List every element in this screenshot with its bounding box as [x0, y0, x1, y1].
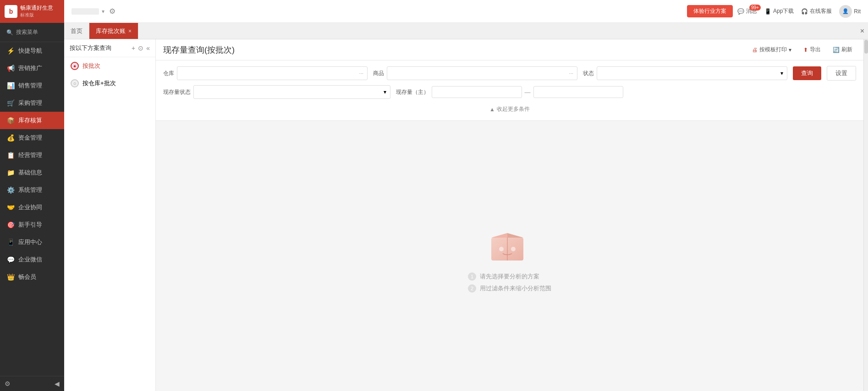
sidebar-item-purchase[interactable]: 🛒 采购管理: [0, 94, 64, 112]
filter-warehouse: 仓库 ···: [163, 66, 368, 80]
scheme-icon-warehouse-batch: ○: [71, 79, 79, 87]
sidebar-item-inventory[interactable]: 📦 库存核算: [0, 112, 64, 129]
hint-1-text: 请先选择要分析的方案: [480, 272, 539, 281]
user-profile-button[interactable]: 👤 Rit: [839, 5, 861, 18]
tab-inventory-batch[interactable]: 库存批次账 ×: [89, 23, 138, 39]
collapse-sidebar-button[interactable]: ◀: [55, 380, 60, 387]
warehouse-filter-label: 仓库: [163, 70, 174, 77]
sidebar-item-label: 经营管理: [18, 151, 42, 159]
sidebar-item-shortcuts[interactable]: ⚡ 快捷导航: [0, 42, 64, 60]
sidebar-item-label: 基础信息: [18, 168, 42, 177]
sidebar-item-sales[interactable]: 📊 销售管理: [0, 77, 64, 94]
sidebar-item-member[interactable]: 👑 畅会员: [0, 268, 64, 286]
topbar-gear-button[interactable]: ⚙: [109, 7, 115, 16]
sales-icon: 📊: [6, 81, 15, 90]
page-content-area: 按以下方案查询 + ⊙ « ● 按批次 ○ 按仓库+批次 现存量查询(按批次): [64, 39, 868, 391]
scheme-item-batch[interactable]: ● 按批次: [64, 57, 155, 75]
filter-status: 状态 ▾: [583, 66, 787, 80]
chevron-up-icon: ▲: [489, 106, 495, 113]
newbie-icon: 🎯: [6, 221, 15, 229]
empty-illustration: [482, 219, 537, 265]
finance-icon: 💰: [6, 134, 15, 142]
settings-footer-button[interactable]: ⚙: [5, 380, 11, 387]
sidebar-item-system[interactable]: ⚙️ 系统管理: [0, 181, 64, 199]
sidebar-search-section: 🔍 搜索菜单: [0, 23, 64, 42]
tab-bar-close-button[interactable]: ×: [860, 27, 864, 35]
scrollbar-thumb[interactable]: [864, 40, 868, 54]
collapse-filter-button[interactable]: ▲ 收起更多条件: [163, 103, 856, 115]
message-icon: 💬: [737, 8, 744, 15]
empty-hint-1: 1 请先选择要分析的方案: [468, 272, 551, 281]
stock-quantity-min-input[interactable]: [432, 86, 522, 98]
hint-2-text: 用过滤条件来缩小分析范围: [480, 284, 551, 293]
avatar-icon: 👤: [842, 8, 849, 14]
sidebar-item-marketing[interactable]: 📢 营销推广: [0, 60, 64, 77]
sidebar-item-operations[interactable]: 📋 经营管理: [0, 147, 64, 164]
experience-industry-button[interactable]: 体验行业方案: [687, 5, 733, 17]
filter-area: 仓库 ··· 商品 ··· 状态: [156, 60, 863, 121]
right-content-panel: 现存量查询(按批次) 🖨 按模板打印 ▾ ⬆ 导出 🔄 刷新: [156, 39, 863, 391]
hint-1-number: 1: [468, 272, 476, 281]
page-header-actions: 🖨 按模板打印 ▾ ⬆ 导出 🔄 刷新: [748, 44, 856, 55]
search-menu-button[interactable]: 🔍 搜索菜单: [5, 27, 60, 38]
sidebar-item-label: 畅会员: [18, 273, 36, 281]
sidebar-item-label: 采购管理: [18, 99, 42, 107]
scheme-panel-header: 按以下方案查询 + ⊙ «: [64, 39, 155, 57]
export-button[interactable]: ⬆ 导出: [800, 44, 824, 55]
app-download-label: App下载: [773, 7, 794, 15]
stock-status-dropdown-icon: ▾: [384, 89, 386, 95]
svg-marker-1: [491, 233, 507, 238]
print-label: 按模板打印: [759, 46, 787, 54]
sidebar-item-enterprise[interactable]: 🤝 企业协同: [0, 199, 64, 216]
product-more-icon[interactable]: ···: [569, 71, 573, 76]
warehouse-filter-input[interactable]: ···: [177, 66, 368, 80]
scrollbar-track[interactable]: [863, 39, 868, 391]
messages-button[interactable]: 💬 消息 99+: [737, 7, 757, 15]
product-filter-input[interactable]: ···: [387, 66, 577, 80]
sidebar-item-apps[interactable]: 📱 应用中心: [0, 234, 64, 251]
stock-quantity-max-input[interactable]: [533, 86, 624, 98]
member-icon: 👑: [6, 273, 15, 281]
range-separator: —: [525, 89, 531, 96]
sidebar-item-label: 库存核算: [18, 116, 42, 125]
print-button[interactable]: 🖨 按模板打印 ▾: [748, 44, 795, 55]
dropdown-icon[interactable]: ▾: [102, 8, 104, 15]
collapse-panel-button[interactable]: «: [146, 44, 150, 52]
product-filter-label: 商品: [373, 70, 384, 77]
app-download-button[interactable]: 📱 App下载: [764, 7, 794, 15]
settings-button[interactable]: 设置: [827, 66, 856, 81]
stock-status-select[interactable]: ▾: [193, 85, 390, 99]
filter-stock-status: 现存量状态 ▾: [163, 85, 390, 99]
query-button[interactable]: 查询: [793, 66, 821, 80]
status-filter-select[interactable]: ▾: [597, 66, 787, 80]
refresh-button[interactable]: 🔄 刷新: [829, 44, 856, 55]
empty-hint-2: 2 用过滤条件来缩小分析范围: [468, 284, 551, 293]
add-scheme-button[interactable]: +: [132, 44, 135, 52]
scheme-item-warehouse-batch[interactable]: ○ 按仓库+批次: [64, 75, 155, 92]
export-icon: ⬆: [803, 47, 808, 53]
scheme-icon-batch: ●: [71, 62, 79, 70]
tab-home[interactable]: 首页: [64, 23, 89, 39]
app-version: 标准版: [20, 12, 53, 18]
print-dropdown-icon: ▾: [789, 47, 791, 53]
apps-icon: 📱: [6, 238, 15, 246]
sidebar-item-finance[interactable]: 💰 资金管理: [0, 129, 64, 147]
tab-close-icon[interactable]: ×: [128, 28, 132, 34]
online-support-button[interactable]: 🎧 在线客服: [801, 7, 832, 15]
tab-bar: 首页 库存批次账 × ×: [64, 23, 868, 39]
inventory-icon: 📦: [6, 116, 15, 125]
scheme-settings-button[interactable]: ⊙: [138, 44, 143, 52]
marketing-icon: 📢: [6, 64, 15, 72]
scheme-panel-actions: + ⊙ «: [132, 44, 150, 52]
sidebar: b 畅康通好生意 标准版 🔍 搜索菜单 ⚡ 快捷导航 📢 营销推广 📊 销售管理…: [0, 0, 64, 391]
sidebar-item-basic[interactable]: 📁 基础信息: [0, 164, 64, 181]
messages-badge: 99+: [749, 5, 761, 11]
system-icon: ⚙️: [6, 186, 15, 194]
warehouse-more-icon[interactable]: ···: [359, 71, 363, 76]
sidebar-item-label: 销售管理: [18, 81, 42, 90]
sidebar-item-newbie[interactable]: 🎯 新手引导: [0, 216, 64, 234]
sidebar-header: b 畅康通好生意 标准版: [0, 0, 64, 23]
sidebar-item-wechat[interactable]: 💬 企业微信: [0, 251, 64, 268]
sidebar-item-label: 资金管理: [18, 134, 42, 142]
basic-icon: 📁: [6, 168, 15, 177]
